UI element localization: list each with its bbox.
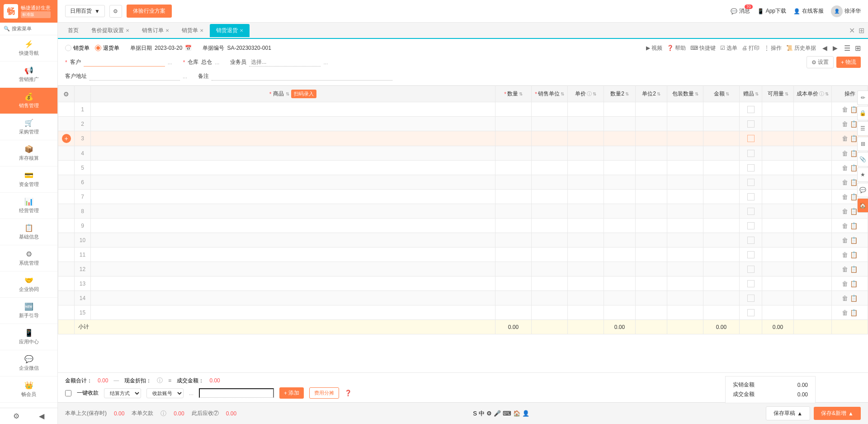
tool-icon-1[interactable]: 中 [479,410,485,418]
sort-amount-icon[interactable]: ⇅ [726,91,729,96]
product-input-1[interactable] [94,106,492,113]
radio-sale[interactable]: 销货单 [65,44,90,52]
tab-home[interactable]: 首页 [61,24,85,37]
sort-avail-icon[interactable]: ⇅ [785,91,788,96]
cp-5[interactable]: 📋 [850,164,858,172]
save-draft-button[interactable]: 保存草稿 ▲ [766,406,810,420]
side-msg-btn[interactable]: 💬 [857,183,868,197]
del-4[interactable]: 🗑 [842,150,848,157]
ime-icon[interactable]: S [473,410,477,417]
discount-help-icon[interactable]: ⓘ [157,376,163,385]
demo-button[interactable]: 体验行业方案 [127,5,172,18]
sidebar-item-newbie[interactable]: 🆕 新手引导 [0,298,57,324]
gift-checkbox-9[interactable] [747,222,755,229]
sort-pkg-icon[interactable]: ⇅ [695,91,698,96]
expense-split-btn[interactable]: 费用分摊 [309,387,339,399]
tool-icon-3[interactable]: 🎤 [494,410,501,417]
side-layout-btn[interactable]: ⊞ [857,137,868,151]
help-btn[interactable]: ❓ 帮助 [667,44,686,52]
tab-close-sales-return[interactable]: ✕ [240,28,243,33]
messages-btn[interactable]: 💬 消息 70 [731,7,750,15]
gift-checkbox-10[interactable] [747,237,755,244]
del-5[interactable]: 🗑 [842,164,848,172]
del-11[interactable]: 🗑 [842,251,848,258]
expense-help-icon[interactable]: ❓ [344,390,352,396]
del-7[interactable]: 🗑 [842,193,848,200]
topbar-settings-btn[interactable]: ⚙ [109,5,122,18]
sort-qty2-icon[interactable]: ⇅ [625,91,629,96]
salesperson-more-btn[interactable]: ... [323,59,328,66]
copy-row-3-btn[interactable]: 📋 [850,135,858,142]
address-more-btn[interactable]: ... [183,73,187,80]
select-order-btn[interactable]: ☑ 选单 [720,44,737,52]
history-btn[interactable]: 📜 历史单据 [786,44,816,52]
del-15[interactable]: 🗑 [842,309,848,316]
tool-icon-6[interactable]: 👤 [522,410,529,417]
gift-checkbox-8[interactable] [747,208,755,215]
cp-9[interactable]: 📋 [850,222,858,229]
print-btn[interactable]: 🖨 打印 [742,44,760,52]
cp-10[interactable]: 📋 [850,237,858,244]
del-12[interactable]: 🗑 [842,266,848,273]
gift-checkbox-1[interactable] [747,106,755,113]
th-settings[interactable]: ⚙ [58,86,75,102]
gift-checkbox-6[interactable] [747,179,755,186]
sidebar-item-appstore[interactable]: 📱 应用中心 [0,324,57,350]
sidebar-item-marketing[interactable]: 📢 营销推广 [0,62,57,88]
delete-row-3-btn[interactable]: 🗑 [842,135,848,142]
view-list-icon[interactable]: ☰ [844,44,850,52]
tool-icon-2[interactable]: ⚙ [486,410,492,417]
sidebar-item-system[interactable]: ⚙ 系统管理 [0,245,57,272]
sidebar-item-enterprise[interactable]: 🤝 企业协同 [0,272,57,298]
del-13[interactable]: 🗑 [842,280,848,287]
sidebar-item-inventory[interactable]: 📦 库存核算 [0,140,57,167]
tab-close-sales-order[interactable]: ✕ [165,28,169,33]
cp-4[interactable]: 📋 [850,150,858,157]
cp-15[interactable]: 📋 [850,309,858,316]
radio-return[interactable]: 退货单 [95,44,119,52]
sidebar-item-operations[interactable]: 📊 经营管理 [0,193,57,219]
sidebar-item-wechat[interactable]: 💬 企业微信 [0,350,57,376]
tab-price-config[interactable]: 售价提取设置 ✕ [85,24,136,37]
setup-button[interactable]: ⚙ 设置 [807,56,834,68]
tab-sales-return[interactable]: 销货退货 ✕ [210,24,250,37]
gift-checkbox-15[interactable] [747,309,755,316]
settlement-select[interactable]: 结算方式 [104,388,141,398]
debt-info-icon[interactable]: ⓘ [160,410,166,418]
sidebar-item-quicknav[interactable]: ⚡ 快捷导航 [0,35,57,62]
product-input-3[interactable] [94,135,492,142]
side-list-btn[interactable]: ☰ [857,121,868,136]
sort-unit2-icon[interactable]: ⇅ [657,91,660,96]
del-10[interactable]: 🗑 [842,237,848,244]
maximize-window-btn[interactable]: ⊞ [859,26,864,35]
gift-checkbox-4[interactable] [747,150,755,157]
sort-qty-icon[interactable]: ⇅ [519,91,523,96]
shortcut-btn[interactable]: ⌨ 快捷键 [690,44,716,52]
side-lock-btn[interactable]: 🔒 [857,106,868,120]
operate-btn[interactable]: ⋮ 操作 [764,44,782,52]
sidebar-item-member[interactable]: 👑 畅会员 [0,376,57,403]
sidebar-collapse-icon[interactable]: ◀ [39,412,44,420]
gift-checkbox-11[interactable] [747,251,755,258]
del-8[interactable]: 🗑 [842,208,848,215]
calendar-icon[interactable]: 📅 [185,45,192,51]
sidebar-settings-icon[interactable]: ⚙ [13,412,19,420]
copy-row-2-btn[interactable]: 📋 [850,120,858,128]
sidebar-item-purchase[interactable]: 🛒 采购管理 [0,114,57,140]
sort-gift-icon[interactable]: ⇅ [755,91,759,96]
cp-12[interactable]: 📋 [850,266,858,273]
account-more-btn[interactable]: ... [189,390,193,396]
gift-checkbox-3[interactable] [747,135,755,142]
sort-unit-icon[interactable]: ⇅ [561,91,564,96]
tab-close-sales-delivery[interactable]: ✕ [200,28,203,33]
customer-input[interactable] [84,58,165,67]
salesperson-input[interactable] [249,58,321,67]
cost-info-icon[interactable]: ⓘ [819,91,824,97]
customer-more-btn[interactable]: ... [168,59,172,66]
sort-product-icon[interactable]: ⇅ [286,91,289,96]
category-selector[interactable]: 日用百货 ▼ [65,5,105,17]
sort-price-icon[interactable]: ⇅ [593,91,596,96]
side-clip-btn[interactable]: 📎 [857,152,868,167]
add-row-btn[interactable]: + [62,134,71,143]
video-btn[interactable]: ▶ 视频 [646,44,662,52]
